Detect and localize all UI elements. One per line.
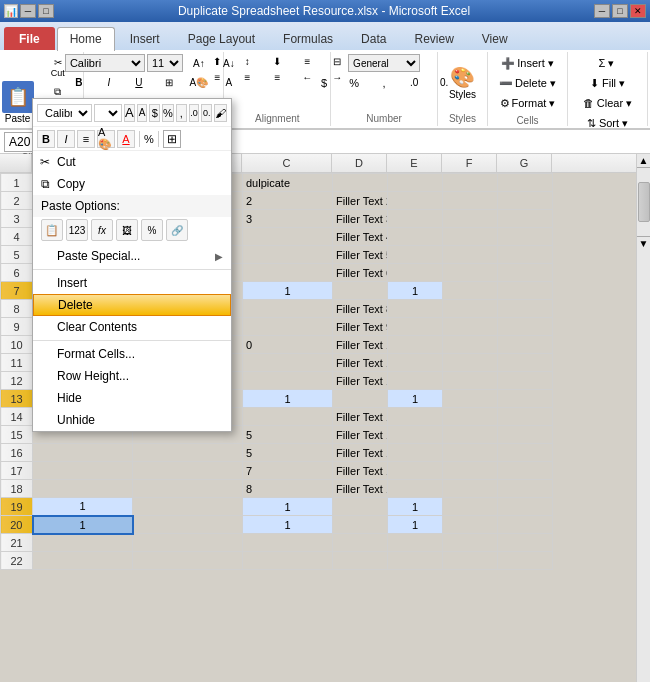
cell-14-C[interactable] (243, 408, 333, 426)
cell-17-G[interactable] (498, 462, 553, 480)
cell-12-G[interactable] (498, 372, 553, 390)
context-menu-clear-contents[interactable]: Clear Contents (33, 316, 231, 338)
border-button[interactable]: ⊞ (155, 75, 183, 90)
cell-15-E[interactable] (388, 426, 443, 444)
context-menu-unhide[interactable]: Unhide (33, 409, 231, 431)
cell-10-E[interactable] (388, 336, 443, 354)
row-header-22[interactable]: 22 (1, 552, 33, 570)
cell-18-C[interactable]: 8 (243, 480, 333, 498)
mini-italic-button[interactable]: I (57, 130, 75, 148)
cell-17-E[interactable] (388, 462, 443, 480)
cell-11-D[interactable]: Filler Text 11 (333, 354, 388, 372)
cell-8-E[interactable] (388, 300, 443, 318)
number-format-select[interactable]: General (348, 54, 420, 72)
align-right-button[interactable]: ≡ (263, 70, 291, 85)
cell-6-F[interactable] (443, 264, 498, 282)
cell-4-F[interactable] (443, 228, 498, 246)
font-size-select[interactable]: 11 (147, 54, 183, 72)
cell-20-B[interactable] (133, 516, 243, 534)
scroll-down-button[interactable]: ▼ (637, 236, 650, 250)
cell-1-G[interactable] (498, 174, 553, 192)
cell-17-C[interactable]: 7 (243, 462, 333, 480)
cell-14-G[interactable] (498, 408, 553, 426)
align-bottom-button[interactable]: ⬇ (263, 54, 291, 69)
mini-percent-button[interactable]: % (162, 104, 174, 122)
cell-20-G[interactable] (498, 516, 553, 534)
mini-size-select[interactable]: 11 (94, 104, 122, 122)
cell-13-F[interactable] (443, 390, 498, 408)
cell-21-B[interactable] (133, 534, 243, 552)
cell-2-C[interactable]: 2 (243, 192, 333, 210)
row-header-19[interactable]: 19 (1, 498, 33, 516)
cell-18-D[interactable]: Filler Text 18 (333, 480, 388, 498)
cell-1-D[interactable] (333, 174, 388, 192)
row-header-2[interactable]: 2 (1, 192, 33, 210)
cell-10-C[interactable]: 0 (243, 336, 333, 354)
cell-7-F[interactable] (443, 282, 498, 300)
cell-12-F[interactable] (443, 372, 498, 390)
cell-21-F[interactable] (443, 534, 498, 552)
cell-16-B[interactable] (133, 444, 243, 462)
cell-2-E[interactable] (388, 192, 443, 210)
cell-22-E[interactable] (388, 552, 443, 570)
cell-10-D[interactable]: Filler Text 10 (333, 336, 388, 354)
cell-17-A[interactable] (33, 462, 133, 480)
row-header-12[interactable]: 12 (1, 372, 33, 390)
col-header-f[interactable]: F (442, 154, 497, 172)
italic-button[interactable]: I (95, 75, 123, 90)
cell-1-C[interactable]: dulpicate (243, 174, 333, 192)
paste-opt-values[interactable]: 123 (66, 219, 88, 241)
align-center-button[interactable]: ≡ (233, 70, 261, 85)
col-header-e[interactable]: E (387, 154, 442, 172)
paste-opt-formula[interactable]: fx (91, 219, 113, 241)
font-family-select[interactable]: Calibri (65, 54, 145, 72)
autosum-button[interactable]: Σ ▾ (594, 54, 622, 73)
cell-5-E[interactable] (388, 246, 443, 264)
cell-2-F[interactable] (443, 192, 498, 210)
window-maximize-button[interactable]: □ (612, 4, 628, 18)
fill-button[interactable]: ⬇ Fill ▾ (585, 74, 630, 93)
row-header-17[interactable]: 17 (1, 462, 33, 480)
row-header-3[interactable]: 3 (1, 210, 33, 228)
cell-6-C[interactable] (243, 264, 333, 282)
cell-21-G[interactable] (498, 534, 553, 552)
scroll-up-button[interactable]: ▲ (637, 154, 650, 168)
cell-6-E[interactable] (388, 264, 443, 282)
cell-8-G[interactable] (498, 300, 553, 318)
mini-fill-color[interactable]: A🎨 (97, 130, 115, 148)
vertical-scrollbar[interactable]: ▲ ▼ (636, 154, 650, 682)
row-header-5[interactable]: 5 (1, 246, 33, 264)
cell-5-D[interactable]: Filler Text 5 (333, 246, 388, 264)
row-header-1[interactable]: 1 (1, 174, 33, 192)
cell-7-G[interactable] (498, 282, 553, 300)
cell-8-F[interactable] (443, 300, 498, 318)
col-header-g[interactable]: G (497, 154, 552, 172)
cell-22-C[interactable] (243, 552, 333, 570)
cell-6-D[interactable]: Filler Text 6 (333, 264, 388, 282)
mini-bold-button[interactable]: B (37, 130, 55, 148)
cell-22-G[interactable] (498, 552, 553, 570)
cell-18-A[interactable] (33, 480, 133, 498)
cell-7-D[interactable] (333, 282, 388, 300)
context-menu-cut[interactable]: ✂ Cut (33, 151, 231, 173)
window-close-button[interactable]: ✕ (630, 4, 646, 18)
row-header-16[interactable]: 16 (1, 444, 33, 462)
cell-8-D[interactable]: Filler Text 8 (333, 300, 388, 318)
mini-grid-button[interactable]: ⊞ (163, 130, 181, 148)
underline-button[interactable]: U (125, 75, 153, 90)
cell-13-D[interactable] (333, 390, 388, 408)
paste-opt-format[interactable]: 🖼 (116, 219, 138, 241)
cell-10-F[interactable] (443, 336, 498, 354)
minimize-button[interactable]: ─ (20, 4, 36, 18)
cell-18-F[interactable] (443, 480, 498, 498)
cell-5-F[interactable] (443, 246, 498, 264)
cell-8-C[interactable] (243, 300, 333, 318)
cell-7-E[interactable]: 1 (388, 282, 443, 300)
cell-16-G[interactable] (498, 444, 553, 462)
row-header-11[interactable]: 11 (1, 354, 33, 372)
cell-1-F[interactable] (443, 174, 498, 192)
cell-2-D[interactable]: Filler Text 2 (333, 192, 388, 210)
clear-button[interactable]: 🗑 Clear ▾ (578, 94, 637, 113)
cell-15-F[interactable] (443, 426, 498, 444)
cell-21-E[interactable] (388, 534, 443, 552)
